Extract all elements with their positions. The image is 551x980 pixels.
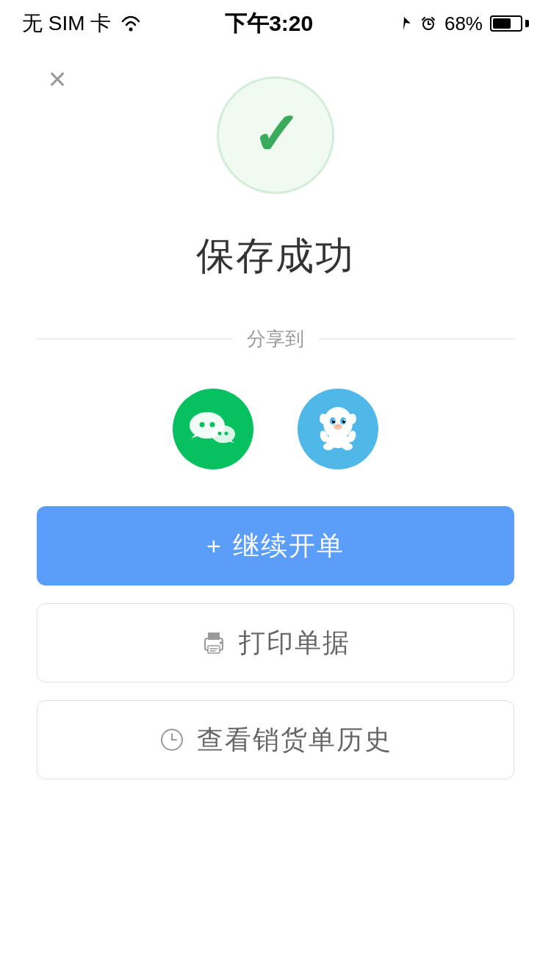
svg-point-20	[339, 425, 340, 427]
checkmark-icon: ✓	[251, 106, 300, 165]
svg-point-10	[320, 414, 327, 424]
no-sim-text: 无 SIM 卡	[22, 10, 111, 37]
svg-point-5	[210, 422, 215, 428]
svg-point-16	[334, 419, 335, 421]
plus-icon: +	[206, 532, 221, 561]
continue-button-label: 继续开单	[233, 528, 345, 564]
svg-rect-27	[208, 633, 220, 640]
svg-point-19	[336, 425, 337, 427]
action-buttons: + 继续开单 打印单据 查看销货单历史	[0, 506, 551, 779]
svg-point-29	[220, 641, 223, 644]
svg-point-3	[212, 425, 235, 443]
divider-right	[319, 339, 514, 339]
share-label: 分享到	[247, 326, 304, 352]
svg-point-4	[200, 422, 205, 428]
svg-point-8	[225, 432, 228, 436]
history-button[interactable]: 查看销货单历史	[37, 700, 514, 779]
battery-icon	[490, 15, 529, 32]
status-left: 无 SIM 卡	[22, 10, 142, 37]
qq-icon	[317, 403, 359, 455]
svg-point-17	[344, 419, 345, 421]
svg-point-22	[323, 443, 334, 450]
clock-icon	[159, 727, 185, 753]
svg-rect-28	[208, 646, 220, 653]
status-bar: 无 SIM 卡 下午3:20 68%	[0, 0, 551, 47]
print-button[interactable]: 打印单据	[37, 603, 514, 682]
svg-point-23	[342, 443, 353, 450]
success-title: 保存成功	[196, 231, 355, 282]
status-time: 下午3:20	[225, 9, 313, 39]
svg-point-11	[349, 414, 356, 424]
close-icon: ×	[48, 64, 67, 95]
success-circle: ✓	[217, 76, 334, 194]
wifi-icon	[120, 15, 142, 32]
printer-icon	[201, 630, 227, 656]
print-button-label: 打印单据	[239, 625, 350, 661]
main-content: ✓ 保存成功 分享到	[0, 47, 551, 779]
wechat-share-button[interactable]	[173, 389, 253, 469]
share-section: 分享到	[0, 326, 551, 469]
location-icon	[396, 15, 412, 32]
qq-share-button[interactable]	[298, 389, 378, 469]
divider-left	[37, 339, 232, 339]
alarm-icon	[419, 15, 437, 32]
svg-point-7	[218, 432, 222, 436]
battery-percent: 68%	[444, 12, 483, 35]
history-button-label: 查看销货单历史	[197, 722, 392, 758]
svg-point-18	[334, 424, 342, 430]
svg-point-0	[129, 28, 133, 32]
share-icons-row	[37, 389, 514, 469]
continue-button[interactable]: + 继续开单	[37, 506, 514, 586]
status-right: 68%	[396, 12, 529, 35]
wechat-icon	[188, 408, 238, 450]
close-button[interactable]: ×	[37, 59, 78, 100]
share-divider-row: 分享到	[37, 326, 514, 352]
